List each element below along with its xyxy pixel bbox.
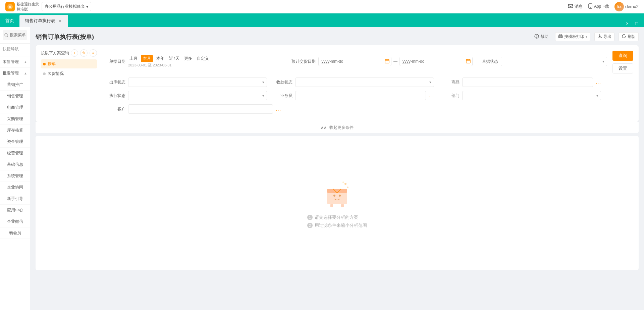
filter-fields: 单据日期 上月 本月 本年 近7天 更多 自定义 2023-03-01 至 20… xyxy=(105,49,633,118)
filter-group-goods: 商品 ... xyxy=(439,78,601,87)
tab-sales-order[interactable]: 销售订单执行表 × xyxy=(19,15,68,27)
shortcut-this-month[interactable]: 本月 xyxy=(141,55,153,62)
app-download-btn[interactable]: App下载 xyxy=(588,3,609,10)
tab-home[interactable]: 首页 xyxy=(0,15,19,27)
goods-more-icon[interactable]: ... xyxy=(596,79,601,85)
phone-icon xyxy=(588,3,593,10)
dept-select[interactable] xyxy=(462,91,601,100)
filter-group-salesman: 业务员 ... xyxy=(272,91,434,100)
sidebar-item-ecommerce[interactable]: 电商管理 xyxy=(0,102,30,113)
close-window-btn[interactable]: × xyxy=(624,20,631,27)
edit-scheme-btn[interactable]: ✎ xyxy=(80,49,88,57)
avatar: Ea xyxy=(614,2,624,11)
calendar-to-icon[interactable] xyxy=(466,59,471,64)
sidebar-item-enterprise[interactable]: 企业协同 xyxy=(0,182,30,193)
title-actions: ? 帮助 按模板打印 ▾ xyxy=(532,32,639,41)
sidebar-item-guide[interactable]: 新手引导 xyxy=(0,193,30,205)
outbound-status-select[interactable] xyxy=(128,78,267,87)
export-icon xyxy=(597,34,602,40)
refresh-btn[interactable]: 刷新 xyxy=(619,32,639,41)
doc-status-select-wrap: ▾ xyxy=(501,57,607,66)
outbound-label: 出库状态 xyxy=(105,80,125,85)
shortcut-this-year[interactable]: 本年 xyxy=(155,55,166,62)
salesman-input[interactable] xyxy=(295,91,426,100)
svg-point-4 xyxy=(590,7,591,8)
sidebar-item-operations[interactable]: 经营管理 xyxy=(0,148,30,159)
tab-close-icon[interactable]: × xyxy=(57,18,63,23)
expected-date-from-input[interactable] xyxy=(318,57,391,66)
message-btn[interactable]: 消息 xyxy=(568,3,583,10)
date-separator: — xyxy=(393,59,397,64)
goods-label: 商品 xyxy=(439,80,460,85)
maximize-window-btn[interactable]: □ xyxy=(633,20,640,27)
print-btn[interactable]: 按模板打印 ▾ xyxy=(555,32,590,41)
sidebar-item-sales[interactable]: 销售管理 xyxy=(0,91,30,102)
query-btn[interactable]: 查询 xyxy=(612,51,633,61)
sidebar-item-member[interactable]: 畅会员 xyxy=(0,227,30,239)
sidebar: 搜索菜单 快捷导航 零售管理 ▲ 批发管理 ▲ 营销推广 销售管理 电商管理 采… xyxy=(0,27,30,310)
expected-date-range: — xyxy=(318,57,472,66)
sidebar-item-system[interactable]: 系统管理 xyxy=(0,170,30,182)
sidebar-item-app-center[interactable]: 应用中心 xyxy=(0,205,30,216)
calendar-from-icon[interactable] xyxy=(385,59,389,64)
scheme-dot-icon xyxy=(43,63,46,65)
collapse-up-icon: ∧∧ xyxy=(321,125,327,130)
shortcut-more[interactable]: 更多 xyxy=(183,55,194,62)
doc-status-select[interactable] xyxy=(501,57,607,66)
tip-num-2: 2 xyxy=(307,223,313,228)
customer-more-icon[interactable]: ... xyxy=(276,106,281,112)
customer-input[interactable] xyxy=(128,104,273,114)
print-icon xyxy=(558,34,563,40)
export-btn[interactable]: 导出 xyxy=(594,32,614,41)
arrow-icon: ▲ xyxy=(24,71,27,75)
sidebar-item-finance[interactable]: 资金管理 xyxy=(0,136,30,148)
sidebar-item-inventory[interactable]: 库存核算 xyxy=(0,125,30,136)
payment-label: 收款状态 xyxy=(272,80,292,85)
filter-panel: 按以下方案查询 + ✎ « 按单 欠货情况 xyxy=(36,45,639,122)
help-btn[interactable]: ? 帮助 xyxy=(532,33,551,41)
expected-date-to-input[interactable] xyxy=(399,57,473,66)
collapse-scheme-btn[interactable]: « xyxy=(90,49,97,57)
exec-label: 执行状态 xyxy=(105,93,125,99)
collapse-bar[interactable]: ∧∧ 收起更多条件 xyxy=(36,122,639,133)
filter-group-payment: 收款状态 ▾ xyxy=(272,78,434,87)
svg-point-17 xyxy=(342,182,344,183)
customer-label: 客户 xyxy=(105,106,125,112)
sidebar-item-wholesale[interactable]: 批发管理 ▲ xyxy=(0,68,30,79)
sidebar-item-wechat[interactable]: 企业微信 xyxy=(0,216,30,227)
shortcut-last-month[interactable]: 上月 xyxy=(128,55,139,62)
search-menu-btn[interactable]: 搜索菜单 xyxy=(3,30,27,40)
exec-status-select[interactable] xyxy=(128,91,267,100)
payment-status-select[interactable] xyxy=(295,78,434,87)
sidebar-item-retail[interactable]: 零售管理 ▲ xyxy=(0,56,30,68)
industry-selector[interactable]: 办公用品行业模拟账套 ▾ xyxy=(42,2,91,11)
quick-nav-label: 快捷导航 xyxy=(3,46,27,52)
scheme-dot-icon xyxy=(43,72,46,75)
sidebar-item-marketing[interactable]: 营销推广 xyxy=(0,79,30,91)
filter-group-dept: 部门 ▾ xyxy=(439,91,601,100)
shortcut-7days[interactable]: 近7天 xyxy=(168,55,181,62)
shortcut-custom[interactable]: 自定义 xyxy=(196,55,210,62)
scheme-item-shortage[interactable]: 欠货情况 xyxy=(41,69,97,78)
sidebar-item-basic-info[interactable]: 基础信息 xyxy=(0,159,30,170)
add-scheme-btn[interactable]: + xyxy=(71,49,78,57)
salesman-more-icon[interactable]: ... xyxy=(429,93,434,99)
sidebar-item-purchase[interactable]: 采购管理 xyxy=(0,113,30,125)
svg-point-18 xyxy=(333,195,335,197)
svg-rect-21 xyxy=(341,204,344,207)
goods-input[interactable] xyxy=(462,78,593,87)
tip-item-1: 1 请先选择要分析的方案 xyxy=(307,214,367,220)
svg-rect-2 xyxy=(568,4,573,8)
dropdown-arrow-icon: ▾ xyxy=(86,4,88,9)
user-area[interactable]: Ea demo2 xyxy=(614,2,639,11)
tip-num-1: 1 xyxy=(307,215,313,220)
filter-group-customer: 客户 ... xyxy=(105,104,281,114)
settings-btn[interactable]: 设置 xyxy=(612,63,633,73)
filter-row-1: 单据日期 上月 本月 本年 近7天 更多 自定义 2023-03-01 至 20… xyxy=(105,49,633,73)
dept-label: 部门 xyxy=(439,93,460,99)
nav-tabs: 首页 销售订单执行表 × × □ xyxy=(0,13,644,27)
filter-group-date: 单据日期 上月 本月 本年 近7天 更多 自定义 2023-03-01 至 20… xyxy=(105,55,286,68)
logo-text: 畅捷通好生意 标准版 xyxy=(17,2,39,11)
scheme-item-by-order[interactable]: 按单 xyxy=(41,59,97,68)
main-layout: 搜索菜单 快捷导航 零售管理 ▲ 批发管理 ▲ 营销推广 销售管理 电商管理 采… xyxy=(0,27,644,310)
